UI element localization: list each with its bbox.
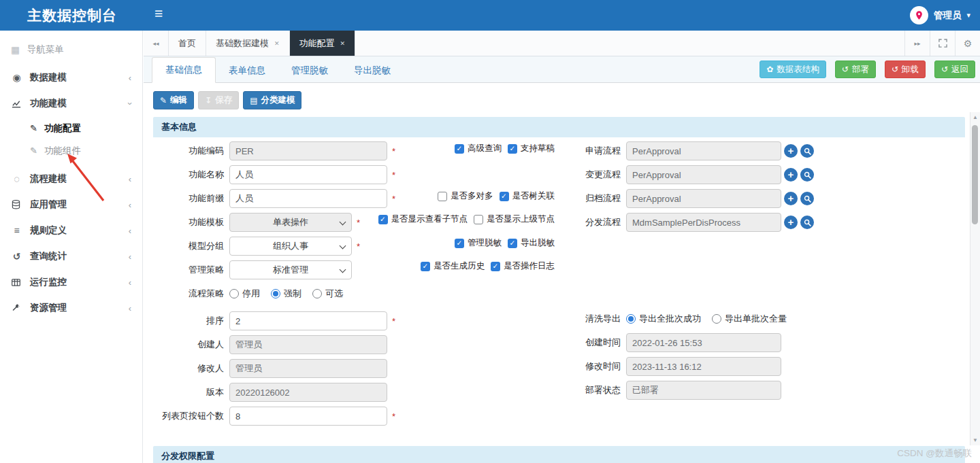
checkbox-icon[interactable] [421, 262, 430, 271]
version-input[interactable] [229, 383, 387, 402]
subtab-manage-masking[interactable]: 管理脱敏 [278, 58, 341, 83]
model-group-select[interactable]: 组织人事 [229, 237, 352, 256]
tab-home[interactable]: 首页 [169, 31, 206, 56]
undeploy-button[interactable]: ↺ 卸载 [885, 61, 926, 78]
settings-button[interactable]: ⚙ [955, 31, 980, 56]
modified-time-input[interactable] [626, 357, 781, 376]
checkbox-icon[interactable] [455, 144, 464, 154]
section-header-dispatch-permission: 分发权限配置 [153, 446, 965, 463]
edit-button[interactable]: ✎ 编辑 [153, 91, 194, 109]
search-process-button[interactable] [800, 168, 814, 182]
checkbox-tree-relation[interactable]: 是否树关联 [500, 190, 555, 202]
user-menu[interactable]: 管理员 ▾ [910, 0, 970, 31]
sidebar-item-function-config[interactable]: ✎ 功能配置 [0, 117, 142, 139]
sidebar-item-function-component[interactable]: ✎ 功能组件 [0, 139, 142, 162]
checkbox-icon[interactable] [508, 239, 517, 248]
subtab-export-masking[interactable]: 导出脱敏 [341, 58, 404, 83]
add-process-button[interactable]: + [784, 168, 798, 182]
sidebar-item-process-modeling[interactable]: ◌ 流程建模 ‹ [0, 166, 142, 192]
form-right-column: 申请流程 + 变更流程 + 归档流程 [568, 141, 814, 232]
search-process-button[interactable] [800, 144, 814, 158]
sidebar-item-run-monitor[interactable]: 运行监控 ‹ [0, 269, 142, 295]
checkbox-support-draft[interactable]: 支持草稿 [508, 143, 555, 154]
add-process-button[interactable]: + [784, 216, 798, 229]
checkbox-export-masking[interactable]: 导出脱敏 [508, 237, 555, 249]
radio-export-single-batch[interactable]: 导出单批次全量 [712, 313, 787, 325]
sidebar-item-data-modeling[interactable]: ◉ 数据建模 ‹ [0, 65, 142, 90]
search-process-button[interactable] [800, 216, 814, 229]
sidebar-item-resource-management[interactable]: 资源管理 ‹ [0, 295, 142, 321]
radio-optional[interactable]: 可选 [312, 288, 343, 300]
tabs-scroll-left-button[interactable]: ◂◂ [144, 31, 169, 56]
manage-policy-select[interactable]: 标准管理 [229, 260, 352, 279]
field-deploy-status: 部署状态 [568, 381, 787, 400]
checkbox-icon[interactable] [500, 192, 509, 201]
sidebar-item-app-management[interactable]: 应用管理 ‹ [0, 192, 142, 218]
function-prefix-input[interactable] [229, 189, 387, 208]
function-name-input[interactable] [229, 165, 387, 184]
modifier-input[interactable] [229, 359, 387, 378]
subtab-basic-info[interactable]: 基础信息 [152, 57, 216, 83]
content-area: ✎ 编辑 ↧ 保存 ▤ 分类建模 基本信息 高级查询 支持草稿 是否多对多 [144, 84, 980, 463]
checkbox-advanced-query[interactable]: 高级查询 [455, 143, 502, 154]
created-time-input[interactable] [626, 333, 781, 352]
checkbox-manage-masking[interactable]: 管理脱敏 [455, 237, 502, 249]
sidebar-item-function-modeling[interactable]: 功能建模 › [0, 90, 142, 116]
checkbox-icon[interactable] [491, 262, 500, 271]
sort-input[interactable] [229, 311, 387, 330]
checkbox-many-to-many[interactable]: 是否多对多 [438, 190, 493, 202]
checkbox-icon[interactable] [438, 192, 447, 201]
radio-icon[interactable] [229, 289, 239, 298]
checkbox-icon[interactable] [455, 239, 464, 248]
scroll-down-arrow[interactable]: ▼ [970, 437, 980, 443]
scroll-up-arrow[interactable]: ▲ [970, 114, 980, 120]
checkbox-show-parent-node[interactable]: 是否显示上级节点 [474, 213, 555, 225]
add-process-button[interactable]: + [784, 144, 798, 158]
fullscreen-button[interactable] [930, 31, 955, 56]
table-structure-button[interactable]: ✿ 数据表结构 [760, 61, 826, 78]
apply-process-input[interactable] [626, 141, 781, 160]
checkbox-icon[interactable] [508, 144, 517, 154]
sidebar-item-query-statistics[interactable]: ↺ 查询统计 ‹ [0, 243, 142, 269]
deploy-button[interactable]: ↺ 部署 [835, 61, 876, 78]
vertical-scrollbar[interactable]: ▲ ▼ [970, 112, 980, 445]
radio-icon[interactable] [626, 314, 636, 324]
search-process-button[interactable] [800, 192, 814, 205]
classify-modeling-button[interactable]: ▤ 分类建模 [243, 91, 301, 109]
checkbox-icon[interactable] [474, 215, 483, 224]
tab-function-config[interactable]: 功能配置 ✕ [290, 31, 356, 56]
history-icon: ↺ [11, 251, 22, 262]
scrollbar-thumb[interactable] [972, 125, 978, 224]
tab-basic-data-modeling[interactable]: 基础数据建模 ✕ [206, 31, 290, 56]
save-button[interactable]: ↧ 保存 [198, 91, 239, 109]
list-button-count-input[interactable] [229, 407, 387, 426]
required-mark: * [392, 316, 395, 326]
close-icon[interactable]: ✕ [274, 40, 280, 47]
radio-export-full-batch[interactable]: 导出全批次成功 [626, 313, 701, 325]
archive-process-input[interactable] [626, 189, 781, 208]
creator-input[interactable] [229, 335, 387, 354]
checkbox-operation-log[interactable]: 是否操作日志 [491, 260, 555, 272]
tabs-scroll-right-button[interactable]: ▸▸ [904, 31, 930, 56]
radio-mandatory[interactable]: 强制 [271, 288, 301, 300]
subtab-form-info[interactable]: 表单信息 [216, 58, 278, 83]
function-template-select[interactable]: 单表操作 [229, 213, 352, 232]
chevron-left-icon: ‹ [129, 174, 131, 184]
sidebar: ▦ 导航菜单 ◉ 数据建模 ‹ 功能建模 › ✎ 功能配置 ✎ 功能组件 ◌ 流… [0, 31, 143, 463]
avatar[interactable] [910, 6, 928, 24]
radio-icon[interactable] [312, 289, 322, 298]
field-clean-export: 清洗导出 导出全批次成功 导出单批次全量 [568, 309, 787, 328]
dispatch-process-input[interactable] [626, 213, 781, 232]
function-code-input[interactable] [229, 141, 387, 160]
checkbox-generate-history[interactable]: 是否生成历史 [421, 260, 485, 272]
radio-icon[interactable] [271, 289, 280, 298]
deploy-status-input[interactable] [626, 381, 781, 400]
sidebar-item-rule-definition[interactable]: ≡ 规则定义 ‹ [0, 218, 142, 243]
close-icon[interactable]: ✕ [340, 40, 346, 47]
change-process-input[interactable] [626, 165, 781, 184]
radio-icon[interactable] [712, 314, 721, 324]
back-button[interactable]: ↺ 返回 [934, 61, 975, 78]
hamburger-icon[interactable]: ≡ [154, 5, 163, 22]
add-process-button[interactable]: + [784, 192, 798, 205]
radio-disable[interactable]: 停用 [229, 288, 260, 300]
